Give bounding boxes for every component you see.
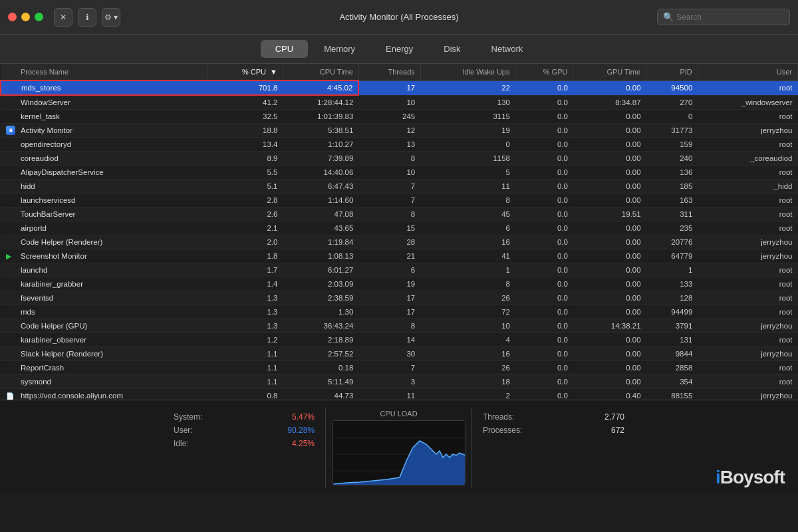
table-row[interactable]: launchd1.76:01.27610.00.001root	[1, 263, 798, 277]
idle-wake-cell: 2	[420, 389, 515, 400]
process-name-label: AlipayDispatcherService	[21, 168, 104, 176]
table-row[interactable]: sysmond1.15:11.493180.00.00354root	[1, 375, 798, 389]
col-gpu-pct[interactable]: % GPU	[515, 64, 573, 80]
tab-disk[interactable]: Disk	[429, 40, 475, 58]
table-row[interactable]: Code Helper (Renderer)2.01:19.8428160.00…	[1, 235, 798, 249]
table-row[interactable]: karabiner_grabber1.42:03.091980.00.00133…	[1, 277, 798, 291]
table-row[interactable]: karabiner_observer1.22:18.891440.00.0013…	[1, 333, 798, 347]
idle-wake-cell: 8	[420, 194, 515, 207]
table-row[interactable]: airportd2.143.651560.00.00235root	[1, 221, 798, 235]
process-name-cell: launchd	[1, 263, 207, 277]
threads-stat-row: Threads: 2,770	[483, 412, 624, 422]
table-row[interactable]: ReportCrash1.10.187260.00.002858root	[1, 361, 798, 375]
pid-cell: 240	[646, 152, 698, 166]
gpu-pct-cell: 0.0	[515, 124, 573, 138]
table-row[interactable]: fseventsd1.32:38.5917260.00.00128root	[1, 291, 798, 305]
user-cell: root	[698, 166, 797, 180]
gpu-pct-cell: 0.0	[515, 235, 573, 249]
gpu-time-cell: 0.00	[573, 80, 646, 95]
col-cpu-time[interactable]: CPU Time	[283, 64, 358, 80]
user-cell: root	[698, 207, 797, 221]
table-row[interactable]: mds_stores701.84:45.0217220.00.0094500ro…	[1, 80, 798, 95]
gpu-pct-cell: 0.0	[515, 361, 573, 375]
gpu-time-cell: 0.00	[573, 221, 646, 235]
window-title: Activity Monitor (All Processes)	[339, 12, 458, 22]
table-row[interactable]: AlipayDispatcherService5.514:40.061050.0…	[1, 166, 798, 180]
idle-wake-cell: 18	[420, 375, 515, 389]
col-gpu-time[interactable]: GPU Time	[573, 64, 646, 80]
table-row[interactable]: launchservicesd2.81:14.60780.00.00163roo…	[1, 194, 798, 207]
gpu-time-cell: 0.40	[573, 389, 646, 400]
user-cell: root	[698, 361, 797, 375]
minimize-button[interactable]	[21, 13, 30, 21]
table-row[interactable]: Slack Helper (Renderer)1.12:57.5230160.0…	[1, 347, 798, 361]
gpu-pct-cell: 0.0	[515, 375, 573, 389]
table-row[interactable]: coreaudiod8.97:39.89811580.00.00240_core…	[1, 152, 798, 166]
process-name-cell: karabiner_grabber	[1, 277, 207, 291]
pid-cell: 131	[646, 333, 698, 347]
process-name-label: mds_stores	[21, 84, 61, 92]
col-user[interactable]: User	[698, 64, 797, 80]
threads-cell: 14	[358, 333, 420, 347]
process-name-cell: hidd	[1, 180, 207, 194]
cpu-pct-cell: 18.8	[207, 124, 283, 138]
user-cell: jerryzhou	[698, 124, 797, 138]
gpu-time-cell: 0.00	[573, 124, 646, 138]
search-box[interactable]: 🔍	[657, 9, 790, 25]
close-button[interactable]	[8, 13, 17, 21]
process-name-label: launchservicesd	[21, 196, 75, 204]
idle-wake-cell: 26	[420, 291, 515, 305]
cpu-time-cell: 14:40.06	[283, 166, 358, 180]
threads-cell: 8	[358, 207, 420, 221]
col-process-name[interactable]: Process Name	[1, 64, 207, 80]
table-row[interactable]: mds1.31.3017720.00.0094499root	[1, 305, 798, 319]
tab-network[interactable]: Network	[477, 40, 538, 58]
table-row[interactable]: TouchBarServer2.647.088450.019.51311root	[1, 207, 798, 221]
search-input[interactable]	[676, 13, 783, 22]
col-pid[interactable]: PID	[646, 64, 698, 80]
gear-icon[interactable]: ⚙ ▾	[102, 8, 120, 27]
idle-wake-cell: 45	[420, 207, 515, 221]
gpu-pct-cell: 0.0	[515, 138, 573, 152]
col-cpu-pct[interactable]: % CPU ▼	[207, 64, 283, 80]
tab-energy[interactable]: Energy	[371, 40, 428, 58]
gpu-pct-cell: 0.0	[515, 95, 573, 110]
tab-memory[interactable]: Memory	[309, 40, 370, 58]
tab-cpu[interactable]: CPU	[261, 40, 308, 58]
info-icon[interactable]: ℹ	[78, 8, 96, 27]
table-row[interactable]: 📄https://vod.console.aliyun.com0.844.731…	[1, 389, 798, 400]
process-name-label: mds	[21, 308, 35, 316]
col-idle-wake-ups[interactable]: Idle Wake Ups	[420, 64, 515, 80]
table-row[interactable]: kernel_task32.51:01:39.8324531150.00.000…	[1, 110, 798, 124]
threads-cell: 6	[358, 263, 420, 277]
process-name-label: karabiner_observer	[21, 336, 86, 344]
cpu-pct-cell: 1.2	[207, 333, 283, 347]
close-icon[interactable]: ✕	[54, 8, 72, 27]
threads-cell: 7	[358, 180, 420, 194]
cpu-time-cell: 1:14.60	[283, 194, 358, 207]
process-name-label: airportd	[21, 224, 47, 232]
gpu-pct-cell: 0.0	[515, 305, 573, 319]
document-icon: 📄	[6, 392, 14, 400]
user-cell: _hidd	[698, 180, 797, 194]
threads-value: 2,770	[604, 412, 624, 422]
cpu-pct-cell: 1.1	[207, 347, 283, 361]
table-row[interactable]: WindowServer41.21:28:44.12101300.08:34.8…	[1, 95, 798, 110]
process-name-cell: ReportCrash	[1, 361, 207, 375]
cpu-time-cell: 47.08	[283, 207, 358, 221]
gpu-time-cell: 0.00	[573, 333, 646, 347]
gpu-time-cell: 8:34.87	[573, 95, 646, 110]
process-name-cell: airportd	[1, 221, 207, 235]
table-row[interactable]: Code Helper (GPU)1.336:43.248100.014:38.…	[1, 319, 798, 333]
pid-cell: 2858	[646, 361, 698, 375]
cpu-pct-cell: 2.8	[207, 194, 283, 207]
table-row[interactable]: ▣Activity Monitor18.85:38.5112190.00.003…	[1, 124, 798, 138]
table-row[interactable]: ▶Screenshot Monitor1.81:08.1321410.00.00…	[1, 249, 798, 263]
maximize-button[interactable]	[35, 13, 43, 21]
col-threads[interactable]: Threads	[358, 64, 420, 80]
table-row[interactable]: opendirectoryd13.41:10.271300.00.00159ro…	[1, 138, 798, 152]
threads-cell: 21	[358, 249, 420, 263]
process-name-cell: WindowServer	[1, 95, 207, 110]
user-cell: root	[698, 277, 797, 291]
table-row[interactable]: hidd5.16:47.437110.00.00185_hidd	[1, 180, 798, 194]
